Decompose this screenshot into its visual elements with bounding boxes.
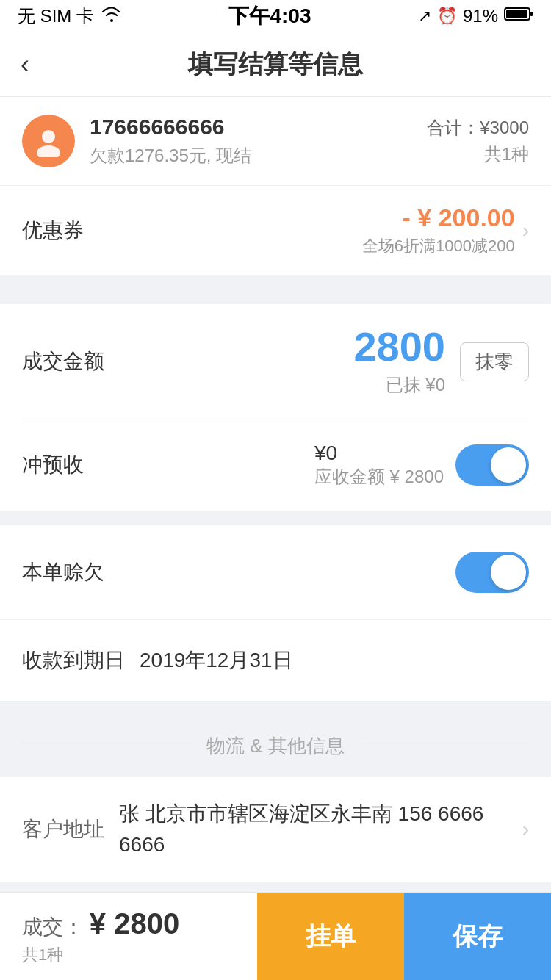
- logistics-label: 物流 & 其他信息: [206, 733, 345, 759]
- deal-amount-label: 成交金额: [22, 347, 104, 375]
- svg-rect-1: [530, 12, 533, 16]
- coupon-right: - ¥ 200.00 全场6折满1000减200 ›: [362, 203, 529, 257]
- hold-button[interactable]: 挂单: [257, 893, 404, 980]
- svg-point-3: [42, 130, 55, 143]
- deal-amount-value: 2800: [353, 326, 445, 367]
- deal-amount-right: 2800 已抹 ¥0 抹零: [353, 326, 529, 397]
- battery-icon: [504, 6, 533, 26]
- credit-label: 本单赊欠: [22, 558, 104, 586]
- address-label: 客户地址: [22, 815, 104, 843]
- save-button[interactable]: 保存: [404, 893, 551, 980]
- address-row[interactable]: 客户地址 张 北京市市辖区海淀区永丰南 156 6666 6666 ›: [0, 777, 551, 882]
- address-chevron-icon: ›: [522, 818, 529, 841]
- logistics-line-right: [359, 746, 529, 746]
- footer-deal-count: 共1种: [22, 944, 235, 966]
- deal-amount-row: 成交金额 2800 已抹 ¥0 抹零: [22, 304, 529, 419]
- toggle-knob: [491, 447, 526, 483]
- prepay-row: 冲预收 ¥0 应收金额 ¥ 2800: [22, 419, 529, 511]
- back-button[interactable]: ‹: [21, 49, 29, 80]
- prepay-value-toggle: ¥0 应收金额 ¥ 2800: [314, 442, 529, 489]
- carrier-text: 无 SIM 卡: [18, 4, 94, 28]
- duedate-label: 收款到期日: [22, 646, 125, 674]
- logistics-divider: 物流 & 其他信息: [0, 716, 551, 777]
- total-label: 合计：¥3000: [427, 116, 529, 140]
- total-count: 共1种: [427, 143, 529, 166]
- deal-amount-sub: 已抹 ¥0: [353, 373, 445, 397]
- status-right: ↗ ⏰ 91%: [418, 6, 533, 26]
- credit-toggle[interactable]: [455, 552, 529, 593]
- avatar: [22, 115, 75, 167]
- credit-toggle-knob: [491, 555, 526, 590]
- footer-info: 成交： ¥ 2800 共1种: [0, 893, 257, 980]
- prepay-toggle-wrapper: ¥0 应收金额 ¥ 2800: [314, 442, 529, 489]
- divider-3: [0, 701, 551, 716]
- prepay-sub: 应收金额 ¥ 2800: [314, 465, 444, 489]
- coupon-content: - ¥ 200.00 全场6折满1000减200: [362, 203, 515, 257]
- svg-rect-2: [506, 10, 527, 18]
- footer-deal-line: 成交： ¥ 2800: [22, 907, 235, 941]
- footer-deal-amount: ¥ 2800: [90, 907, 179, 940]
- page-title: 填写结算等信息: [188, 48, 363, 82]
- nav-bar: ‹ 填写结算等信息: [0, 32, 551, 97]
- alarm-icon: ⏰: [437, 7, 457, 26]
- duedate-value: 2019年12月31日: [140, 646, 293, 674]
- customer-left: 17666666666 欠款1276.35元, 现结: [22, 115, 251, 167]
- footer-deal-label: 成交：: [22, 915, 84, 938]
- status-bar: 无 SIM 卡 下午4:03 ↗ ⏰ 91%: [0, 0, 551, 32]
- bottom-bar: 成交： ¥ 2800 共1种 挂单 保存: [0, 892, 551, 980]
- wifi-icon: [101, 6, 122, 26]
- coupon-desc: 全场6折满1000减200: [362, 235, 515, 257]
- coupon-row[interactable]: 优惠券 - ¥ 200.00 全场6折满1000减200 ›: [0, 185, 551, 275]
- divider-2: [0, 511, 551, 525]
- prepay-label: 冲预收: [22, 451, 84, 479]
- customer-debt: 欠款1276.35元, 现结: [90, 144, 251, 167]
- address-value: 张 北京市市辖区海淀区永丰南 156 6666 6666: [119, 799, 515, 860]
- prepay-value: ¥0: [314, 442, 444, 465]
- customer-total: 合计：¥3000 共1种: [427, 116, 529, 166]
- amount-section: 成交金额 2800 已抹 ¥0 抹零 冲预收 ¥0 应收金额 ¥ 2800: [0, 304, 551, 511]
- customer-phone: 17666666666: [90, 115, 251, 140]
- prepay-toggle[interactable]: [455, 444, 529, 486]
- status-time: 下午4:03: [228, 2, 311, 30]
- deal-amount-value-wrapper: 2800 已抹 ¥0: [353, 326, 445, 397]
- credit-row: 本单赊欠: [0, 525, 551, 619]
- location-icon: ↗: [418, 7, 431, 26]
- divider-1: [0, 289, 551, 304]
- status-left: 无 SIM 卡: [18, 4, 122, 28]
- customer-section: 17666666666 欠款1276.35元, 现结 合计：¥3000 共1种 …: [0, 97, 551, 275]
- battery-text: 91%: [463, 6, 498, 26]
- svg-point-4: [37, 145, 60, 157]
- duedate-row: 收款到期日 2019年12月31日: [0, 619, 551, 701]
- customer-row: 17666666666 欠款1276.35元, 现结 合计：¥3000 共1种: [0, 97, 551, 185]
- prepay-value-block: ¥0 应收金额 ¥ 2800: [314, 442, 444, 489]
- logistics-line-left: [22, 746, 192, 746]
- customer-info: 17666666666 欠款1276.35元, 现结: [90, 115, 251, 167]
- chevron-right-icon: ›: [522, 219, 529, 242]
- coupon-label: 优惠券: [22, 217, 84, 245]
- coupon-discount: - ¥ 200.00: [362, 203, 515, 232]
- round-zero-button[interactable]: 抹零: [460, 342, 529, 381]
